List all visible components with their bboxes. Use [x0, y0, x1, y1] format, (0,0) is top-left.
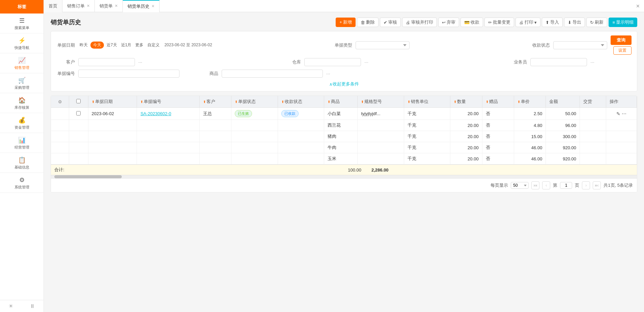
goods-dots[interactable]: ··· — [326, 71, 330, 76]
doc-no-input[interactable] — [78, 70, 179, 78]
import-button[interactable]: ⬆ 导入 — [542, 18, 563, 27]
goods-input[interactable] — [222, 70, 323, 78]
col-unit[interactable]: ⬆销售单位 — [404, 96, 450, 108]
next-page-btn[interactable]: › — [582, 181, 590, 189]
row-checkbox[interactable] — [69, 108, 88, 120]
collapse-button[interactable]: ∧ 收起更多条件 — [56, 81, 632, 87]
row-checkbox[interactable] — [69, 120, 88, 131]
row-checkbox[interactable] — [69, 131, 88, 142]
select-all-checkbox[interactable] — [76, 99, 81, 103]
col-action: 操作 — [606, 96, 637, 108]
date-1month-btn[interactable]: 近1月 — [120, 42, 133, 49]
sidebar-item-basic-info[interactable]: 📋 基础信息 — [0, 153, 44, 173]
import-button-label: 导入 — [550, 19, 559, 25]
salesman-input[interactable] — [530, 58, 587, 66]
col-spec[interactable]: ⬆规格型号 — [358, 96, 404, 108]
sidebar-item-finance[interactable]: 💰 资金管理 — [0, 113, 44, 133]
sidebar-item-quick-nav[interactable]: ⚡ 快捷导航 — [0, 33, 44, 53]
page-title: 销货单历史 — [51, 18, 81, 26]
delete-button[interactable]: 🗑 删除 — [357, 18, 379, 27]
col-doc-date[interactable]: ⬆单据日期 — [88, 96, 137, 108]
date-more-btn[interactable]: 更多 — [134, 42, 145, 49]
audit-button[interactable]: ✔ 审核 — [380, 18, 401, 27]
row-unit: 千克 — [404, 108, 450, 120]
col-collect-status[interactable]: ⬆收款状态 — [278, 96, 324, 108]
customer-dots[interactable]: ··· — [138, 59, 142, 65]
doc-type-select[interactable] — [356, 41, 410, 49]
print-button[interactable]: 🖨 打印 ▾ — [515, 18, 540, 27]
tab-sales-order[interactable]: 销售订单 ✕ — [62, 0, 95, 12]
abandon-button-label: 弃审 — [447, 19, 455, 25]
abandon-button[interactable]: ↩ 弃审 — [438, 18, 459, 27]
page-size-select[interactable]: 50 100 200 — [511, 182, 529, 189]
edit-action-btn[interactable]: ✎ — [616, 111, 620, 116]
more-action-btn[interactable]: ⋯ — [622, 111, 626, 116]
audit-print-icon: 🖨 — [406, 20, 410, 25]
collect-button[interactable]: 💳 收款 — [460, 18, 483, 27]
col-gift[interactable]: ⬆赠品 — [482, 96, 514, 108]
audit-print-button[interactable]: 🖨 审核并打印 — [402, 18, 437, 27]
sidebar-item-sys-mgmt[interactable]: ⚙ 系统管理 — [0, 173, 44, 193]
sidebar-bottom-icon-1[interactable]: ☀ — [8, 303, 13, 309]
show-detail-button[interactable]: ≡ 显示明细 — [609, 18, 637, 27]
tab-sales-order-close[interactable]: ✕ — [87, 4, 90, 8]
date-7days-btn[interactable]: 近7天 — [105, 42, 118, 49]
tab-sales-history-close[interactable]: ✕ — [151, 4, 155, 8]
date-custom-btn[interactable]: 自定义 — [146, 42, 161, 49]
sidebar-item-purchase[interactable]: 🛒 采购管理 — [0, 73, 44, 93]
warehouse-dots[interactable]: ··· — [364, 59, 368, 65]
row-doc-status — [231, 142, 278, 153]
export-button[interactable]: ⬇ 导出 — [564, 18, 585, 27]
row-select-checkbox[interactable] — [76, 111, 81, 115]
date-today-btn[interactable]: 今天 — [90, 42, 104, 49]
row-action: ✎⋯ — [606, 108, 637, 120]
warehouse-input[interactable] — [304, 58, 361, 66]
new-button[interactable]: + 新增 — [336, 18, 356, 27]
col-checkbox — [69, 96, 88, 108]
import-icon: ⬆ — [545, 20, 549, 25]
col-doc-no[interactable]: ⬆单据编号 — [137, 96, 200, 108]
doc-no-link[interactable]: SA-20230602-0 — [140, 111, 171, 116]
tab-sales-order-label: 销售订单 — [67, 3, 85, 9]
row-checkbox[interactable] — [69, 153, 88, 164]
data-table-container: ⚙ ⬆单据日期 ⬆单据编号 ⬆客户 ⬆单据状态 ⬆收款状态 ⬆商品 ⬆规格型号 … — [51, 96, 637, 192]
col-gear[interactable]: ⚙ — [51, 96, 69, 108]
tab-bar-close-all[interactable]: ✕ — [632, 3, 644, 9]
sidebar-bottom-icon-2[interactable]: ⏸ — [30, 303, 35, 309]
refresh-button-label: 刷新 — [595, 19, 604, 25]
row-gift: 否 — [482, 153, 514, 164]
date-yesterday-btn[interactable]: 昨天 — [78, 42, 89, 49]
sidebar-item-inventory[interactable]: 🏠 库存核算 — [0, 93, 44, 113]
sidebar-item-operations[interactable]: 📊 经营管理 — [0, 133, 44, 153]
row-collect-status — [278, 131, 324, 142]
col-qty[interactable]: ⬆数量 — [450, 96, 482, 108]
sidebar-item-sales[interactable]: 📈 销售管理 — [0, 53, 44, 73]
sidebar-item-search-menu[interactable]: ☰ 搜索菜单 — [0, 14, 44, 33]
current-page-input[interactable] — [560, 182, 572, 189]
refresh-button[interactable]: ↻ 刷新 — [586, 18, 607, 27]
col-unit-price[interactable]: ⬆单价 — [514, 96, 546, 108]
quick-nav-icon: ⚡ — [18, 37, 26, 44]
row-spec: tyjyjtyjdf... — [358, 108, 404, 120]
set-button[interactable]: 设置 — [613, 46, 632, 55]
tab-sales-history[interactable]: 销货单历史 ✕ — [123, 0, 160, 12]
row-checkbox[interactable] — [69, 142, 88, 153]
collect-status-select[interactable] — [553, 41, 607, 49]
prev-page-btn[interactable]: ‹ — [542, 181, 550, 189]
last-page-btn[interactable]: ⏭ — [593, 181, 601, 189]
batch-change-button[interactable]: ✏ 批量变更 — [484, 18, 514, 27]
customer-input[interactable] — [78, 58, 135, 66]
tab-sales-delivery[interactable]: 销货单 ✕ — [95, 0, 123, 12]
col-customer[interactable]: ⬆客户 — [199, 96, 231, 108]
col-doc-status[interactable]: ⬆单据状态 — [231, 96, 278, 108]
col-goods[interactable]: ⬆商品 — [324, 96, 358, 108]
tab-home[interactable]: 首页 — [44, 0, 62, 12]
row-unit: 千克 — [404, 153, 450, 164]
operations-icon: 📊 — [18, 136, 26, 144]
tab-sales-delivery-close[interactable]: ✕ — [115, 4, 118, 8]
collect-button-label: 收款 — [471, 19, 479, 25]
horizontal-scrollbar[interactable] — [51, 175, 637, 178]
salesman-dots[interactable]: ··· — [590, 59, 594, 65]
first-page-btn[interactable]: ⏮ — [531, 181, 539, 189]
query-button[interactable]: 查询 — [611, 35, 632, 45]
